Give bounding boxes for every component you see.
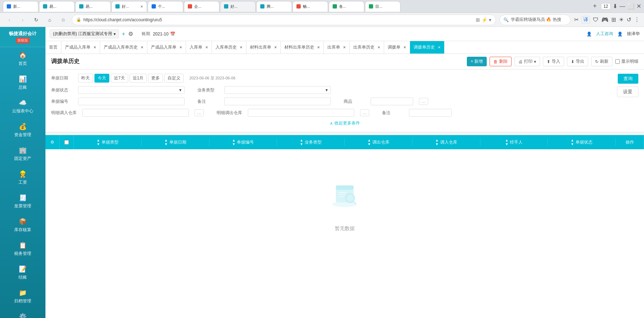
nav-tab-11[interactable]: 调拨单历史✕ [410, 41, 444, 54]
menu-icon[interactable]: ⋮ [634, 16, 640, 23]
new-button[interactable]: + 新增 [467, 57, 487, 66]
remark2-input[interactable] [409, 109, 452, 117]
browser-tab-t2[interactable]: 易... [39, 1, 75, 12]
sidebar-item-1[interactable]: 📊总账 [0, 71, 45, 95]
nav-tab-2[interactable]: 产成品入库单历史✕ [100, 41, 147, 54]
detail-in-ellipsis[interactable]: … [195, 109, 204, 116]
address-dropdown-icon[interactable]: ▾ [489, 17, 491, 23]
site-info-icon[interactable]: ⊞ [476, 17, 480, 23]
nav-tab-8[interactable]: 出库单✕ [324, 41, 350, 54]
filter-settings-button[interactable]: 设置 [617, 87, 638, 97]
browser-tab-t7[interactable]: 好... [220, 1, 256, 12]
calendar-icon[interactable]: 📅 [170, 32, 175, 37]
extension2-icon[interactable]: 🎮 [601, 16, 608, 23]
scissors-icon[interactable]: ✂ [574, 16, 579, 23]
sidebar-item-4[interactable]: 🏢固定资产 [0, 142, 45, 166]
new-tab-button[interactable]: + [591, 2, 599, 10]
sidebar-item-7[interactable]: 📦库存核算 [0, 213, 45, 237]
browser-tab-t9[interactable]: 畅... [293, 1, 328, 12]
nav-tab-close-2[interactable]: ✕ [141, 45, 143, 49]
bookmark-button[interactable]: ☆ [58, 15, 68, 25]
business-type-select[interactable]: ▾ [224, 86, 331, 94]
print-button[interactable]: 🖨 打印 ▾ [514, 57, 540, 66]
nav-tab-close-6[interactable]: ✕ [274, 45, 277, 49]
browser-tab-t6[interactable]: 企... [184, 1, 219, 12]
nav-tab-close-10[interactable]: ✕ [403, 45, 406, 49]
nav-tab-4[interactable]: 入库单✕ [186, 41, 212, 54]
extension1-icon[interactable]: 🛡 [593, 17, 599, 23]
th-col-3[interactable]: ▲▼业务类型 [277, 139, 345, 146]
goods-ellipsis-button[interactable]: … [419, 98, 428, 105]
remark-input[interactable] [224, 97, 331, 105]
sidebar-item-0[interactable]: 🏠首页 [0, 47, 45, 71]
company-selector[interactable]: (勿删勿禁用) 江西服宝测试专用 ▾ [50, 29, 119, 38]
goods-input[interactable] [371, 97, 413, 105]
sidebar-item-2[interactable]: ☁️云报表中心 [0, 95, 45, 118]
username-label[interactable]: 徐泽华 [627, 31, 640, 37]
maximize-button[interactable]: ⬜ [627, 3, 634, 10]
nav-tab-10[interactable]: 调拨单✕ [384, 41, 410, 54]
sidebar-item-6[interactable]: 🧾发票管理 [0, 190, 45, 213]
sidebar-item-9[interactable]: 📝结账 [0, 261, 45, 285]
nav-tab-close-5[interactable]: ✕ [240, 45, 242, 49]
nav-tab-1[interactable]: 产成品入库单✕ [61, 41, 100, 54]
back-button[interactable]: ‹ [4, 15, 14, 25]
detail-out-input[interactable] [248, 109, 354, 117]
reload-button[interactable]: ↻ [31, 15, 41, 25]
browser-tab-t11[interactable]: 目... [365, 1, 400, 12]
sidebar-item-11[interactable]: ⚙️基础设置 [0, 308, 45, 318]
date-option-0[interactable]: 昨天 [78, 74, 93, 83]
period-value[interactable]: 2021-10 📅 [153, 32, 175, 37]
history-icon[interactable]: ↺ [627, 16, 631, 23]
forward-button[interactable]: › [18, 15, 28, 25]
select-all-checkbox[interactable] [64, 140, 69, 145]
th-col-4[interactable]: ▲▼调出仓库 [345, 139, 413, 146]
downloads-icon[interactable]: ⬇ [613, 3, 617, 10]
date-option-4[interactable]: 更多 [148, 74, 163, 83]
date-option-2[interactable]: 近7天 [111, 74, 128, 83]
browser-tab-t3[interactable]: 易... [75, 1, 111, 12]
nav-tab-9[interactable]: 出库单历史✕ [350, 41, 384, 54]
th-gear[interactable]: ⚙ [45, 135, 60, 149]
close-window-button[interactable]: ✕ [637, 3, 641, 10]
th-col-0[interactable]: ▲▼单据类型 [74, 139, 142, 146]
tab-close-icon[interactable]: ✕ [140, 5, 143, 9]
nav-tab-7[interactable]: 材料出库单历史✕ [281, 41, 324, 54]
nav-tab-3[interactable]: 产成品入库单✕ [147, 41, 186, 54]
date-option-1[interactable]: 今天 [94, 74, 109, 83]
address-bar[interactable]: 🔒 https://cloud.chanjet.com/accounting/u… [72, 15, 496, 25]
th-col-5[interactable]: ▲▼调入仓库 [413, 139, 480, 146]
refresh-button[interactable]: ↻ 刷新 [591, 57, 612, 66]
settings-gear-icon[interactable]: ⚙ [128, 30, 133, 37]
browser-tab-t5[interactable]: 个... [148, 1, 183, 12]
th-col-6[interactable]: ▲▼经手人 [480, 139, 548, 146]
sidebar-item-8[interactable]: 📋税务管理 [0, 237, 45, 261]
nav-tab-close-4[interactable]: ✕ [205, 45, 208, 49]
nav-tab-close-9[interactable]: ✕ [377, 45, 380, 49]
nav-tab-close-11[interactable]: ✕ [438, 45, 441, 49]
home-button[interactable]: ⌂ [45, 15, 55, 25]
browser-tab-t8[interactable]: 腾... [256, 1, 292, 12]
browser-tab-t1[interactable]: 新... [3, 1, 38, 12]
user-service-label[interactable]: 人工咨询 [596, 31, 613, 37]
display-toggle[interactable]: 显示明细 [615, 58, 638, 65]
th-col-2[interactable]: ▲▼单据编号 [209, 139, 277, 146]
print-dropdown-icon[interactable]: ▾ [534, 59, 536, 64]
display-toggle-checkbox[interactable] [615, 59, 620, 64]
nav-tab-5[interactable]: 入库单历史✕ [212, 41, 246, 54]
query-button[interactable]: 查询 [618, 74, 638, 84]
nav-tab-close-1[interactable]: ✕ [93, 45, 96, 49]
add-company-button[interactable]: + [122, 31, 125, 37]
sidebar-item-3[interactable]: 💰资金管理 [0, 118, 45, 142]
browser-search-bar[interactable]: 🔍 学霸应聘场驱鸟员 🔥 热搜 [500, 15, 571, 25]
nav-tab-6[interactable]: 材料出库单✕ [246, 41, 281, 54]
th-checkbox[interactable] [60, 135, 74, 149]
lightning-icon[interactable]: ⚡ [481, 17, 487, 23]
delete-button[interactable]: 🗑 删除 [490, 57, 512, 66]
collapse-button[interactable]: ∧ 收起更多条件 [326, 119, 364, 128]
browser-tab-t10[interactable]: 各... [329, 1, 364, 12]
translate-icon[interactable]: 译 [582, 16, 590, 24]
nav-tab-0[interactable]: 首页 [45, 41, 61, 54]
th-col-7[interactable]: ▲▼单据状态 [548, 139, 616, 146]
detail-out-ellipsis[interactable]: … [360, 109, 369, 116]
